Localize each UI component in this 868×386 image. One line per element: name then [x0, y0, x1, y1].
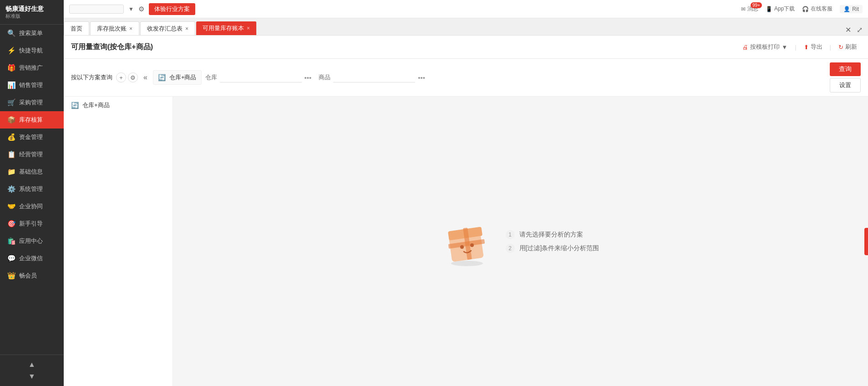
- tip2-num: 2: [506, 244, 515, 253]
- main-content: 1 请先选择要分析的方案 2 用[过滤]条件来缩小分析范围: [173, 97, 868, 386]
- action-divider2: |: [830, 44, 831, 51]
- sidebar-item-finance[interactable]: 💰 资金管理: [0, 129, 64, 146]
- sidebar-item-label: 销售管理: [19, 81, 43, 89]
- sidebar-item-label: 基础信息: [19, 168, 43, 176]
- sidebar-scroll-down-btn[interactable]: ▼: [5, 371, 58, 382]
- tab-home[interactable]: 首页: [64, 21, 89, 35]
- sidebar-item-label: 营销推广: [19, 64, 43, 72]
- left-panel-scheme-item[interactable]: 🔄 仓库+商品: [64, 97, 173, 114]
- empty-box-svg: [442, 219, 492, 269]
- scheme-icon: 🔄: [158, 74, 166, 81]
- tab-batch-account-close-icon[interactable]: ×: [129, 26, 132, 32]
- sidebar-item-label: 经营管理: [19, 150, 43, 159]
- brand-name: 畅康通好生意: [5, 5, 58, 13]
- sidebar-item-operation[interactable]: 📋 经营管理: [0, 146, 64, 163]
- tab-available-ledger-close-icon[interactable]: ×: [247, 25, 250, 31]
- topbar-app-btn[interactable]: 📱 App下载: [766, 5, 795, 13]
- tabs-right-actions: ✕ ⤢: [843, 25, 868, 35]
- topbar-search-input[interactable]: [72, 6, 109, 12]
- tip1-num: 1: [506, 230, 515, 239]
- filter-actions: + ⚙: [116, 72, 138, 82]
- filter-scheme-section: 🔄 仓库+商品: [153, 70, 202, 85]
- app-icon: 📱: [766, 6, 772, 12]
- tab-available-ledger[interactable]: 可用量库存账本 ×: [196, 21, 257, 35]
- empty-tip-2: 2 用[过滤]条件来缩小分析范围: [506, 244, 599, 253]
- sidebar-item-wechat[interactable]: 💬 企业微信: [0, 250, 64, 267]
- industry-solution-button[interactable]: 体验行业方案: [149, 3, 195, 15]
- warehouse-dots-btn[interactable]: •••: [305, 74, 312, 82]
- goods-label: 商品: [319, 73, 330, 82]
- filter-add-btn[interactable]: +: [116, 72, 126, 82]
- sidebar-scroll-up-btn[interactable]: ▲: [5, 359, 58, 371]
- sidebar-item-sales[interactable]: 📊 销售管理: [0, 77, 64, 94]
- sidebar-item-newbie[interactable]: 🎯 新手引导: [0, 215, 64, 232]
- warehouse-input[interactable]: [220, 72, 302, 82]
- tab-batch-account-label: 库存批次账: [97, 25, 127, 33]
- sales-icon: 📊: [7, 81, 15, 89]
- sidebar-item-basic[interactable]: 📁 基础信息: [0, 163, 64, 180]
- refresh-btn[interactable]: ↻ 刷新: [835, 41, 861, 53]
- member-icon: 👑: [7, 272, 15, 280]
- refresh-label: 刷新: [845, 43, 857, 51]
- goods-input[interactable]: [333, 72, 415, 82]
- print-icon: 🖨: [742, 44, 748, 51]
- sidebar-item-system[interactable]: ⚙️ 系统管理: [0, 180, 64, 198]
- sidebar-item-purchase[interactable]: 🛒 采购管理: [0, 94, 64, 111]
- sidebar-item-inventory[interactable]: 📦 库存核算: [0, 111, 64, 129]
- topbar-dropdown[interactable]: ▼: [128, 6, 134, 12]
- filter-collapse-btn[interactable]: «: [142, 73, 149, 82]
- print-label: 按模板打印: [750, 43, 780, 51]
- sidebar-item-member[interactable]: 👑 畅会员: [0, 267, 64, 284]
- tab-close-btn[interactable]: ✕: [843, 25, 853, 35]
- sidebar-item-enterprise[interactable]: 🤝 企业协同: [0, 198, 64, 215]
- tab-receipt-summary-close-icon[interactable]: ×: [185, 26, 188, 32]
- appstore-icon: 🛍️: [7, 237, 15, 245]
- goods-dots-btn[interactable]: •••: [418, 74, 425, 82]
- export-btn[interactable]: ⬆ 导出: [800, 41, 826, 53]
- query-button[interactable]: 查询: [830, 62, 861, 76]
- sidebar-item-shortcut[interactable]: ⚡ 快捷导航: [0, 42, 64, 59]
- tab-available-ledger-label: 可用量库存账本: [203, 24, 244, 32]
- tabs-bar: 首页 库存批次账 × 收发存汇总表 × 可用量库存账本 × ✕ ⤢: [64, 18, 868, 36]
- sidebar-item-appstore[interactable]: 🛍️ 应用中心: [0, 232, 64, 250]
- filter-fields: 仓库 ••• 商品 •••: [205, 72, 827, 82]
- left-panel: 🔄 仓库+商品: [64, 97, 173, 386]
- page-header: 可用量查询(按仓库+商品) 🖨 按模板打印 ▼ | ⬆ 导出 | ↻ 刷新: [64, 36, 868, 59]
- topbar-user-btn[interactable]: 👤 Rit: [840, 5, 863, 13]
- topbar-gear-icon[interactable]: ⚙: [138, 5, 144, 13]
- topbar-service-btn[interactable]: 🎧 在线客服: [802, 5, 832, 13]
- page-title: 可用量查询(按仓库+商品): [71, 42, 153, 52]
- sidebar-item-marketing[interactable]: 🎁 营销推广: [0, 59, 64, 77]
- sidebar-item-label: 应用中心: [19, 237, 43, 245]
- empty-illustration: [442, 219, 487, 264]
- content-area: 🔄 仓库+商品: [64, 97, 868, 386]
- enterprise-icon: 🤝: [7, 202, 15, 211]
- user-name: Rit: [852, 6, 859, 12]
- user-icon: 👤: [843, 6, 850, 12]
- settings-button[interactable]: 设置: [830, 78, 861, 93]
- sidebar-item-label: 企业微信: [19, 254, 43, 262]
- query-action-group: 查询 设置: [830, 62, 861, 93]
- tab-batch-account[interactable]: 库存批次账 ×: [90, 21, 139, 35]
- topbar-right: ✉ 消息 99+ 📱 App下载 🎧 在线客服 👤 Rit: [741, 5, 863, 13]
- sidebar-bottom: ▲ ▼: [0, 355, 64, 386]
- filter-settings-icon-btn[interactable]: ⚙: [128, 72, 138, 82]
- svg-point-5: [460, 245, 464, 249]
- print-btn[interactable]: 🖨 按模板打印 ▼: [739, 41, 791, 53]
- topbar-message-btn[interactable]: ✉ 消息 99+: [741, 5, 758, 13]
- app-label: App下载: [774, 5, 795, 13]
- sidebar-item-search[interactable]: 🔍 搜索菜单: [0, 25, 64, 42]
- tab-receipt-summary-label: 收发存汇总表: [147, 25, 183, 33]
- tab-maximize-btn[interactable]: ⤢: [855, 25, 864, 35]
- message-icon: ✉: [741, 6, 746, 12]
- sidebar-item-label: 畅会员: [19, 272, 37, 280]
- right-scroll-indicator[interactable]: [864, 228, 868, 255]
- service-icon: 🎧: [802, 6, 809, 12]
- page-actions: 🖨 按模板打印 ▼ | ⬆ 导出 | ↻ 刷新: [739, 41, 861, 53]
- scheme-label: 仓库+商品: [169, 73, 197, 82]
- sidebar-item-label: 搜索菜单: [19, 29, 43, 37]
- tab-receipt-summary[interactable]: 收发存汇总表 ×: [140, 21, 195, 35]
- refresh-icon: ↻: [838, 44, 843, 51]
- system-icon: ⚙️: [7, 185, 15, 193]
- sidebar-item-label: 企业协同: [19, 202, 43, 211]
